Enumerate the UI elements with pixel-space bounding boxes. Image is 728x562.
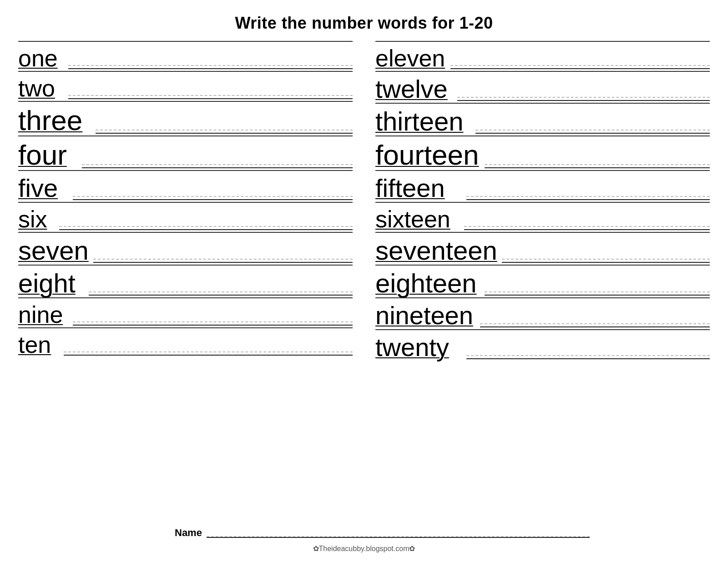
dotted-line xyxy=(93,259,353,260)
solid-line xyxy=(450,68,710,69)
row-inner-thirteen: thirteen xyxy=(375,108,710,135)
solid-line xyxy=(96,133,353,134)
name-solid-line xyxy=(207,537,590,538)
left-column: onetwothreefourfivesixseveneightnineten xyxy=(18,41,353,361)
main-grid: onetwothreefourfivesixseveneightnineten … xyxy=(18,41,710,522)
write-lines-eighteen xyxy=(485,291,710,296)
row-twelve: twelve xyxy=(375,71,710,103)
row-inner-eight: eight xyxy=(18,270,353,296)
word-twelve: twelve xyxy=(375,76,453,102)
dotted-line xyxy=(466,355,710,356)
solid-line xyxy=(93,262,353,263)
word-twenty: twenty xyxy=(375,335,462,360)
word-seven: seven xyxy=(18,237,89,264)
row-inner-four: four xyxy=(18,141,353,169)
dotted-line xyxy=(82,164,353,165)
write-lines-fourteen xyxy=(485,164,710,169)
solid-line xyxy=(82,167,353,168)
name-label: Name xyxy=(175,527,202,539)
name-line-area xyxy=(207,536,590,539)
row-one: one xyxy=(18,41,353,71)
solid-line xyxy=(464,229,710,230)
write-lines-five xyxy=(73,196,353,201)
word-two: two xyxy=(18,76,64,100)
dotted-line xyxy=(64,351,353,352)
write-lines-nine xyxy=(73,321,353,326)
row-inner-sixteen: sixteen xyxy=(375,207,710,231)
dotted-line xyxy=(466,196,710,197)
row-inner-nineteen: nineteen xyxy=(375,303,710,328)
row-sixteen: sixteen xyxy=(375,202,710,232)
row-inner-fourteen: fourteen xyxy=(375,141,710,169)
word-nineteen: nineteen xyxy=(375,303,475,328)
dotted-line xyxy=(475,130,710,130)
solid-line xyxy=(485,295,710,296)
row-inner-seven: seven xyxy=(18,237,353,264)
row-inner-seventeen: seventeen xyxy=(375,237,710,264)
row-seventeen: seventeen xyxy=(375,232,710,265)
dotted-line xyxy=(73,321,353,322)
bottom-section: Name ✿Theideacubby.blogspot.com✿ xyxy=(18,527,710,553)
row-six: six xyxy=(18,202,353,232)
write-lines-twelve xyxy=(457,97,710,102)
row-inner-twenty: twenty xyxy=(375,335,710,360)
write-lines-ten xyxy=(64,351,353,356)
solid-line xyxy=(480,326,710,327)
dotted-line xyxy=(464,226,710,227)
name-row: Name xyxy=(175,527,590,539)
solid-line xyxy=(64,355,353,356)
solid-line xyxy=(502,262,710,263)
row-four: four xyxy=(18,135,353,170)
word-four: four xyxy=(18,141,77,169)
dotted-line xyxy=(68,95,353,96)
row-inner-two: two xyxy=(18,76,353,100)
row-fifteen: fifteen xyxy=(375,170,710,202)
solid-line xyxy=(466,199,710,200)
row-two: two xyxy=(18,71,353,101)
write-lines-thirteen xyxy=(475,130,710,135)
solid-line xyxy=(68,98,353,99)
word-sixteen: sixteen xyxy=(375,207,460,231)
dotted-line xyxy=(485,291,710,292)
row-seven: seven xyxy=(18,232,353,265)
row-thirteen: thirteen xyxy=(375,103,710,135)
write-lines-seven xyxy=(93,259,353,264)
row-inner-three: three xyxy=(18,106,353,135)
dotted-line xyxy=(96,130,353,130)
write-lines-six xyxy=(59,226,353,231)
page: Write the number words for 1-20 onetwoth… xyxy=(0,0,728,562)
row-inner-nine: nine xyxy=(18,303,353,326)
write-lines-three xyxy=(96,130,353,135)
dotted-line xyxy=(480,323,710,324)
word-thirteen: thirteen xyxy=(375,108,471,135)
word-ten: ten xyxy=(18,333,59,356)
solid-line xyxy=(73,199,353,200)
row-inner-twelve: twelve xyxy=(375,76,710,102)
dotted-line xyxy=(485,164,710,165)
dotted-line xyxy=(89,291,353,292)
write-lines-nineteen xyxy=(480,323,710,328)
row-five: five xyxy=(18,170,353,202)
dotted-line xyxy=(450,65,710,66)
solid-line xyxy=(59,229,353,230)
dotted-line xyxy=(59,226,353,227)
row-inner-one: one xyxy=(18,46,353,70)
dotted-line xyxy=(457,97,710,98)
word-six: six xyxy=(18,207,55,231)
word-five: five xyxy=(18,176,68,201)
row-fourteen: fourteen xyxy=(375,135,710,170)
dotted-line xyxy=(68,65,353,66)
right-column: eleventwelvethirteenfourteenfifteensixte… xyxy=(375,41,710,361)
word-nine: nine xyxy=(18,303,68,326)
row-eight: eight xyxy=(18,265,353,297)
word-fifteen: fifteen xyxy=(375,176,462,201)
write-lines-eight xyxy=(89,291,353,296)
write-lines-four xyxy=(82,164,353,169)
word-seventeen: seventeen xyxy=(375,237,497,264)
word-eleven: eleven xyxy=(375,46,446,70)
row-inner-ten: ten xyxy=(18,333,353,356)
row-nine: nine xyxy=(18,297,353,327)
row-twenty: twenty xyxy=(375,329,710,361)
write-lines-two xyxy=(68,95,353,100)
write-lines-seventeen xyxy=(502,259,710,264)
